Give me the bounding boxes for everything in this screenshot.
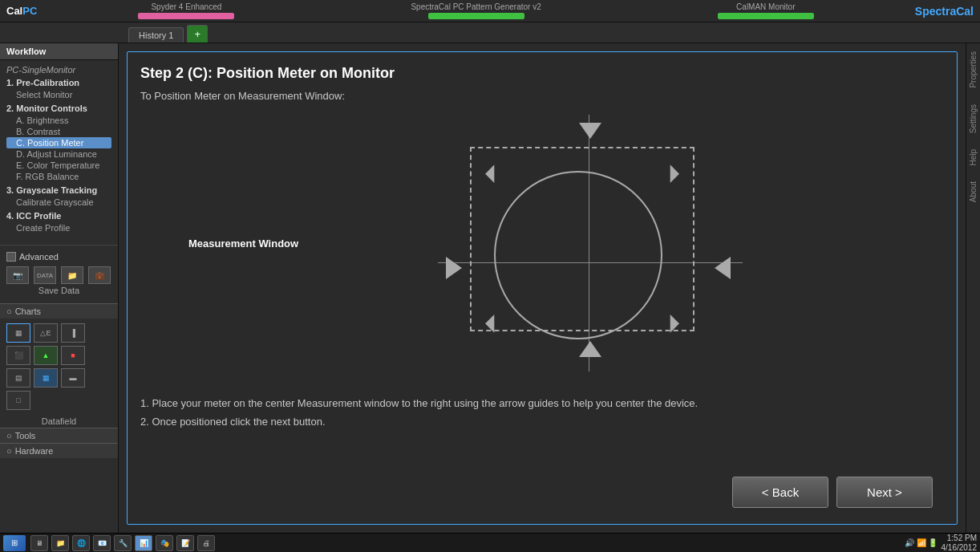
right-panel-settings[interactable]: Settings — [969, 104, 978, 133]
diagram-label: Measurement Window — [188, 237, 298, 250]
taskbar-icon-5[interactable]: 🔧 — [114, 535, 132, 551]
sidebar-item-color-temperature[interactable]: E. Color Temperature — [6, 160, 111, 171]
chart-icon-5[interactable]: ▲ — [34, 346, 58, 365]
icon-data[interactable]: DATA — [34, 266, 56, 284]
arrow-top — [579, 123, 601, 139]
group-3-title: 3. Grayscale Tracking — [6, 185, 111, 195]
progress-spyder-label: Spyder 4 Enhanced — [151, 2, 221, 11]
charts-circle-icon: ○ — [6, 306, 12, 316]
progress-calman-bar — [718, 13, 814, 19]
instructions: 1. Place your meter on the center Measur… — [140, 388, 944, 438]
logo-cal: Cal — [6, 5, 22, 17]
hardware-section-header[interactable]: ○ Hardware — [0, 443, 118, 458]
tab-bar: History 1 + — [0, 22, 980, 43]
chart-icons-row: ▦ △E ▐ ⬛ ▲ ■ ▤ ▦ ▬ □ — [0, 319, 118, 415]
brand-label: SpectraCal — [915, 5, 974, 18]
meter-circle — [494, 171, 662, 339]
chart-icon-6[interactable]: ■ — [61, 346, 85, 365]
top-bar: CalPC Spyder 4 Enhanced SpectraCal PC Pa… — [0, 0, 980, 22]
sidebar-header: Workflow — [0, 43, 118, 60]
taskbar-icon-2[interactable]: 📁 — [51, 535, 69, 551]
chart-icon-1[interactable]: ▦ — [6, 323, 30, 343]
icon-briefcase[interactable]: 💼 — [88, 266, 111, 284]
chart-icon-3[interactable]: ▐ — [61, 323, 85, 343]
sidebar: Workflow PC-SingleMonitor 1. Pre-Calibra… — [0, 43, 119, 533]
right-panel-help[interactable]: Help — [969, 149, 978, 166]
progress-pattern-fill — [428, 13, 524, 19]
right-panel-properties[interactable]: Properties — [969, 51, 978, 88]
advanced-checkbox[interactable] — [6, 252, 16, 262]
next-button[interactable]: Next > — [836, 477, 933, 508]
taskbar-icons-tray: 🔊 📶 🔋 — [905, 538, 938, 547]
sidebar-item-select-monitor[interactable]: Select Monitor — [6, 89, 111, 100]
progress-pattern-label: SpectraCal PC Pattern Generator v2 — [411, 2, 541, 11]
bottom-buttons: < Back Next > — [732, 477, 933, 508]
charts-section-header[interactable]: ○ Charts — [0, 303, 118, 319]
sidebar-item-contrast[interactable]: B. Contrast — [6, 126, 111, 137]
right-panel-about[interactable]: About — [969, 181, 978, 202]
progress-spyder-fill — [138, 13, 234, 19]
sidebar-item-position-meter[interactable]: C. Position Meter — [6, 137, 111, 148]
workflow-section: PC-SingleMonitor 1. Pre-Calibration Sele… — [0, 60, 118, 238]
taskbar-icon-7[interactable]: 🎭 — [156, 535, 173, 551]
chart-icon-7[interactable]: ▤ — [6, 368, 30, 388]
sidebar-item-calibrate-grayscale[interactable]: Calibrate Grayscale — [6, 197, 111, 208]
progress-items: Spyder 4 Enhanced SpectraCal PC Pattern … — [50, 2, 902, 19]
chart-icon-8[interactable]: ▦ — [34, 368, 58, 388]
icon-row: 📷 DATA 📁 💼 — [6, 266, 111, 284]
progress-spyder-bar — [138, 13, 234, 19]
tools-section-header[interactable]: ○ Tools — [0, 428, 118, 443]
step-container: Step 2 (C): Position Meter on Monitor To… — [127, 51, 958, 525]
advanced-row: Advanced — [6, 252, 111, 262]
arrow-bottom — [579, 341, 601, 357]
instruction-2: 2. Once positioned click the next button… — [140, 412, 944, 431]
content-area: Step 2 (C): Position Meter on Monitor To… — [119, 43, 966, 533]
sidebar-item-rgb-balance[interactable]: F. RGB Balance — [6, 171, 111, 182]
back-button[interactable]: < Back — [732, 477, 828, 508]
main-layout: Workflow PC-SingleMonitor 1. Pre-Calibra… — [0, 43, 980, 533]
chart-icon-2[interactable]: △E — [34, 323, 58, 343]
sidebar-bottom: Advanced 📷 DATA 📁 💼 Save Data — [0, 245, 118, 303]
group-2-title: 2. Monitor Controls — [6, 104, 111, 113]
taskbar-icon-3[interactable]: 🌐 — [72, 535, 90, 551]
progress-calman-label: CalMAN Monitor — [736, 2, 795, 11]
step-title: Step 2 (C): Position Meter on Monitor — [140, 65, 944, 82]
datafield-label: Datafield — [0, 415, 118, 428]
device-label: PC-SingleMonitor — [6, 65, 111, 75]
workflow-group-2: 2. Monitor Controls A. Brightness B. Con… — [6, 104, 111, 182]
workflow-group-3: 3. Grayscale Tracking Calibrate Grayscal… — [6, 185, 111, 208]
logo-pc: PC — [22, 5, 37, 17]
progress-spyder: Spyder 4 Enhanced — [138, 2, 234, 19]
sidebar-item-create-profile[interactable]: Create Profile — [6, 222, 111, 233]
sidebar-item-adjust-luminance[interactable]: D. Adjust Luminance — [6, 148, 111, 160]
taskbar-icon-4[interactable]: 📧 — [93, 535, 111, 551]
right-panel: Properties Settings Help About — [966, 43, 980, 533]
taskbar-icon-8[interactable]: 📝 — [176, 535, 194, 551]
taskbar-icon-1[interactable]: 🖥 — [30, 535, 48, 551]
taskbar-icon-6[interactable]: 📊 — [135, 535, 152, 551]
taskbar-start-button[interactable]: ⊞ — [3, 535, 26, 551]
tab-add-button[interactable]: + — [187, 25, 208, 43]
step-subtitle: To Position Meter on Measurement Window: — [140, 90, 944, 102]
taskbar-date-label: 4/16/2012 — [942, 543, 978, 553]
arrow-left — [446, 257, 462, 279]
tab-history1[interactable]: History 1 — [128, 27, 184, 43]
progress-pattern-bar — [428, 13, 524, 19]
charts-title: Charts — [15, 306, 41, 316]
instruction-1: 1. Place your meter on the center Measur… — [140, 394, 944, 412]
icon-camera[interactable]: 📷 — [6, 266, 29, 284]
workflow-group-4: 4. ICC Profile Create Profile — [6, 211, 111, 233]
chart-icon-4[interactable]: ⬛ — [6, 346, 30, 365]
progress-pattern: SpectraCal PC Pattern Generator v2 — [411, 2, 541, 19]
taskbar: ⊞ 🖥 📁 🌐 📧 🔧 📊 🎭 📝 🖨 🔊 📶 🔋 1:52 PM 4/16/2… — [0, 533, 980, 552]
taskbar-icon-9[interactable]: 🖨 — [197, 535, 215, 551]
group-4-title: 4. ICC Profile — [6, 211, 111, 221]
icon-folder[interactable]: 📁 — [61, 266, 83, 284]
sidebar-item-brightness[interactable]: A. Brightness — [6, 115, 111, 126]
workflow-title: Workflow — [6, 47, 46, 56]
chart-icon-9[interactable]: ▬ — [61, 368, 85, 388]
progress-calman-fill — [718, 13, 814, 19]
chart-icon-10[interactable]: □ — [6, 391, 30, 410]
taskbar-right: 🔊 📶 🔋 1:52 PM 4/16/2012 — [905, 534, 977, 553]
hardware-circle-icon: ○ — [6, 446, 12, 456]
